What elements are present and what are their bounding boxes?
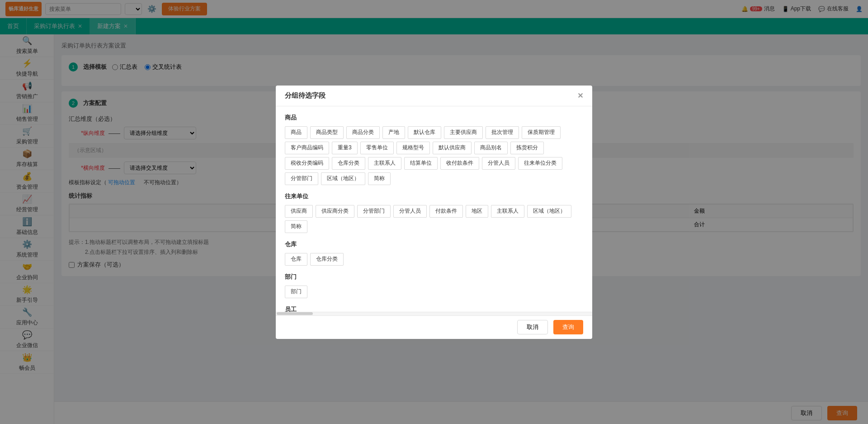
field-tag-2-0[interactable]: 仓库 bbox=[285, 253, 307, 266]
field-section-4: 员工业务员 bbox=[285, 305, 583, 312]
field-tag-0-9[interactable]: 重量3 bbox=[332, 142, 358, 154]
section-title-3: 部门 bbox=[285, 273, 583, 281]
field-tag-0-5[interactable]: 主要供应商 bbox=[444, 126, 483, 139]
field-tag-3-0[interactable]: 部门 bbox=[285, 286, 307, 298]
field-tag-0-12[interactable]: 默认供应商 bbox=[433, 142, 472, 154]
field-section-2: 仓库仓库仓库分类 bbox=[285, 240, 583, 266]
field-tag-0-14[interactable]: 拣货积分 bbox=[510, 142, 544, 154]
field-tag-1-4[interactable]: 付款条件 bbox=[429, 205, 463, 218]
field-tag-0-19[interactable]: 收付款条件 bbox=[440, 157, 479, 170]
field-tag-1-8[interactable]: 简称 bbox=[285, 220, 307, 233]
field-tag-0-23[interactable]: 区域（地区） bbox=[321, 172, 365, 185]
section-title-2: 仓库 bbox=[285, 240, 583, 248]
field-tag-0-6[interactable]: 批次管理 bbox=[486, 126, 519, 139]
field-tag-1-3[interactable]: 分管人员 bbox=[393, 205, 427, 218]
field-tags-2: 仓库仓库分类 bbox=[285, 253, 583, 266]
field-tag-1-2[interactable]: 分管部门 bbox=[357, 205, 391, 218]
modal: 分组待选字段 ✕ 商品商品商品类型商品分类产地默认仓库主要供应商批次管理保质期管… bbox=[276, 86, 592, 339]
field-section-0: 商品商品商品类型商品分类产地默认仓库主要供应商批次管理保质期管理客户商品编码重量… bbox=[285, 114, 583, 185]
field-tag-0-3[interactable]: 产地 bbox=[382, 126, 405, 139]
section-title-1: 往来单位 bbox=[285, 192, 583, 200]
section-title-0: 商品 bbox=[285, 114, 583, 122]
modal-close-icon[interactable]: ✕ bbox=[577, 91, 583, 100]
modal-scrollbar[interactable] bbox=[276, 312, 592, 315]
field-tags-3: 部门 bbox=[285, 286, 583, 298]
field-tag-0-4[interactable]: 默认仓库 bbox=[408, 126, 441, 139]
field-tag-1-7[interactable]: 区域（地区） bbox=[527, 205, 571, 218]
field-section-3: 部门部门 bbox=[285, 273, 583, 298]
field-tag-0-2[interactable]: 商品分类 bbox=[346, 126, 380, 139]
field-tag-1-1[interactable]: 供应商分类 bbox=[316, 205, 354, 218]
modal-scrollbar-thumb bbox=[277, 312, 313, 315]
field-section-1: 往来单位供应商供应商分类分管部门分管人员付款条件地区主联系人区域（地区）简称 bbox=[285, 192, 583, 233]
modal-title: 分组待选字段 bbox=[285, 91, 326, 100]
modal-cancel-button[interactable]: 取消 bbox=[517, 320, 548, 334]
modal-header: 分组待选字段 ✕ bbox=[276, 86, 592, 106]
field-tag-0-15[interactable]: 税收分类编码 bbox=[285, 157, 329, 170]
field-tag-0-7[interactable]: 保质期管理 bbox=[522, 126, 561, 139]
field-tag-0-0[interactable]: 商品 bbox=[285, 126, 307, 139]
field-tag-0-11[interactable]: 规格型号 bbox=[396, 142, 430, 154]
field-tag-0-16[interactable]: 仓库分类 bbox=[332, 157, 365, 170]
field-tag-1-0[interactable]: 供应商 bbox=[285, 205, 313, 218]
field-tag-0-8[interactable]: 客户商品编码 bbox=[285, 142, 329, 154]
modal-body: 商品商品商品类型商品分类产地默认仓库主要供应商批次管理保质期管理客户商品编码重量… bbox=[276, 106, 592, 312]
modal-overlay: 分组待选字段 ✕ 商品商品商品类型商品分类产地默认仓库主要供应商批次管理保质期管… bbox=[0, 0, 868, 424]
field-tags-0: 商品商品类型商品分类产地默认仓库主要供应商批次管理保质期管理客户商品编码重量3零… bbox=[285, 126, 583, 185]
modal-confirm-button[interactable]: 查询 bbox=[553, 320, 583, 334]
field-tag-2-1[interactable]: 仓库分类 bbox=[310, 253, 344, 266]
field-tag-0-18[interactable]: 结算单位 bbox=[404, 157, 438, 170]
section-title-4: 员工 bbox=[285, 305, 583, 312]
field-tag-0-10[interactable]: 零售单位 bbox=[360, 142, 394, 154]
field-tag-0-21[interactable]: 往来单位分类 bbox=[518, 157, 562, 170]
field-tag-1-5[interactable]: 地区 bbox=[466, 205, 488, 218]
field-tag-0-17[interactable]: 主联系人 bbox=[368, 157, 401, 170]
field-tags-1: 供应商供应商分类分管部门分管人员付款条件地区主联系人区域（地区）简称 bbox=[285, 205, 583, 233]
field-tag-1-6[interactable]: 主联系人 bbox=[491, 205, 524, 218]
field-tag-0-22[interactable]: 分管部门 bbox=[285, 172, 318, 185]
field-tag-0-1[interactable]: 商品类型 bbox=[310, 126, 344, 139]
modal-footer: 取消 查询 bbox=[276, 315, 592, 339]
field-tag-0-24[interactable]: 简称 bbox=[368, 172, 391, 185]
field-tag-0-20[interactable]: 分管人员 bbox=[482, 157, 515, 170]
field-tag-0-13[interactable]: 商品别名 bbox=[474, 142, 508, 154]
